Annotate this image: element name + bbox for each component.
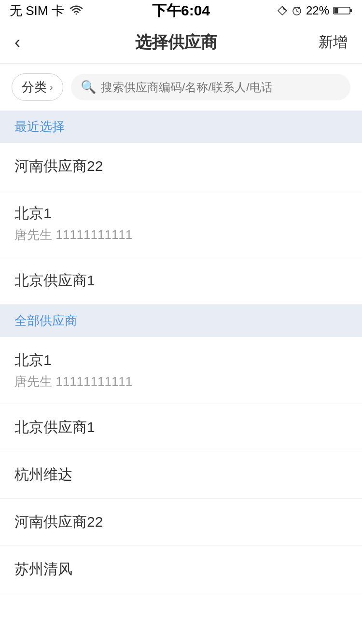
nav-bar: ‹ 选择供应商 新增: [0, 21, 362, 64]
list-item[interactable]: 北京供应商1: [0, 257, 362, 305]
list-item[interactable]: 苏州清风: [0, 546, 362, 593]
list-item[interactable]: 北京供应商1: [0, 404, 362, 451]
list-item[interactable]: 北京1 唐先生 11111111111: [0, 190, 362, 257]
item-name: 北京1: [14, 204, 348, 224]
item-name: 河南供应商22: [14, 156, 348, 176]
search-input[interactable]: [101, 81, 341, 94]
list-item[interactable]: 杭州维达: [0, 451, 362, 499]
battery-icon: [333, 6, 352, 15]
item-name: 苏州清风: [14, 560, 348, 579]
all-section-header: 全部供应商: [0, 305, 362, 337]
back-button[interactable]: ‹: [14, 32, 43, 53]
all-section-title: 全部供应商: [14, 313, 77, 328]
all-list: 北京1 唐先生 11111111111 北京供应商1 杭州维达 河南供应商22 …: [0, 337, 362, 593]
location-icon: [277, 5, 288, 16]
chevron-right-icon: ›: [50, 82, 53, 93]
item-name: 北京1: [14, 350, 348, 370]
status-right: 22%: [277, 4, 352, 17]
svg-rect-4: [350, 9, 352, 12]
add-button[interactable]: 新增: [309, 32, 348, 52]
status-time: 下午6:04: [152, 1, 210, 21]
item-name: 河南供应商22: [14, 512, 348, 532]
search-icon: 🔍: [81, 80, 96, 95]
category-filter-button[interactable]: 分类 ›: [12, 73, 63, 101]
item-contact: 唐先生 11111111111: [14, 373, 348, 390]
item-name: 北京供应商1: [14, 418, 348, 437]
page-title: 选择供应商: [43, 31, 309, 54]
item-contact: 唐先生 11111111111: [14, 226, 348, 243]
list-item[interactable]: 北京1 唐先生 11111111111: [0, 337, 362, 404]
svg-rect-5: [334, 8, 338, 14]
status-carrier: 无 SIM 卡: [10, 2, 84, 19]
wifi-icon: [69, 5, 84, 16]
recent-section-header: 最近选择: [0, 111, 362, 143]
status-bar: 无 SIM 卡 下午6:04 22%: [0, 0, 362, 21]
category-label: 分类: [22, 79, 47, 96]
list-item[interactable]: 河南供应商22: [0, 143, 362, 190]
svg-line-2: [297, 11, 298, 12]
recent-list: 河南供应商22 北京1 唐先生 11111111111 北京供应商1: [0, 143, 362, 305]
filter-bar: 分类 › 🔍: [0, 64, 362, 111]
list-item[interactable]: 河南供应商22: [0, 499, 362, 546]
item-name: 北京供应商1: [14, 271, 348, 291]
search-box: 🔍: [71, 74, 350, 100]
alarm-icon: [292, 5, 302, 16]
recent-section-title: 最近选择: [14, 119, 65, 134]
battery-text: 22%: [306, 4, 329, 17]
item-name: 杭州维达: [14, 465, 348, 485]
